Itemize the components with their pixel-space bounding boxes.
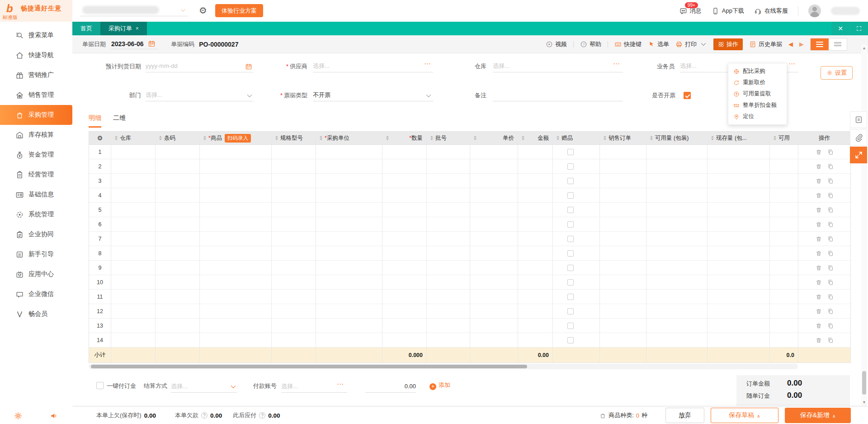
- cell-商品[interactable]: [200, 246, 272, 261]
- sort-icon[interactable]: [430, 136, 433, 140]
- sort-icon[interactable]: [275, 136, 278, 140]
- cell-规格型号[interactable]: [272, 246, 316, 261]
- cell-现存量 (包...[interactable]: [708, 232, 770, 246]
- announcement-speaker-icon[interactable]: [50, 411, 59, 420]
- cell-可用[interactable]: [770, 261, 798, 275]
- cell-可用量 (包装)[interactable]: [646, 290, 708, 304]
- cell-数量[interactable]: [382, 319, 427, 333]
- cell-条码[interactable]: [156, 304, 200, 319]
- cell-商品[interactable]: [200, 275, 272, 290]
- copy-icon[interactable]: [827, 221, 834, 228]
- cell-可用量 (包装)[interactable]: [646, 304, 708, 319]
- cell-单价[interactable]: [470, 232, 518, 246]
- toolbar-历史单据[interactable]: 历史单据: [749, 40, 782, 48]
- fullscreen-icon[interactable]: ⛶: [850, 22, 868, 35]
- copy-icon[interactable]: [827, 294, 834, 300]
- cell-采购单位[interactable]: [316, 188, 382, 203]
- cell-条码[interactable]: [156, 203, 200, 217]
- sidebar-item-基础信息[interactable]: 基础信息: [0, 185, 72, 205]
- cell-批号[interactable]: [427, 232, 470, 246]
- remark-input[interactable]: [493, 89, 623, 101]
- cell-金额[interactable]: [518, 261, 553, 275]
- cell-仓库[interactable]: [111, 319, 156, 333]
- gift-checkbox[interactable]: [567, 265, 574, 271]
- save-draft-button[interactable]: 保存草稿∧: [711, 408, 778, 423]
- cell-采购单位[interactable]: [316, 261, 382, 275]
- gift-checkbox[interactable]: [567, 163, 574, 170]
- copy-icon[interactable]: [827, 236, 834, 242]
- cell-规格型号[interactable]: [272, 275, 316, 290]
- cell-数量[interactable]: [382, 217, 427, 232]
- cell-单价[interactable]: [470, 304, 518, 319]
- cell-现存量 (包...[interactable]: [708, 246, 770, 261]
- add-payment-button[interactable]: + 添加: [429, 378, 450, 392]
- cell-单价[interactable]: [470, 174, 518, 188]
- cell-可用[interactable]: [770, 290, 798, 304]
- tab-2d[interactable]: 二维: [113, 114, 126, 128]
- trash-icon[interactable]: [816, 221, 822, 228]
- salesman-picker-icon[interactable]: ⋯: [788, 60, 796, 68]
- cell-可用量 (包装)[interactable]: [646, 246, 708, 261]
- sort-icon[interactable]: [386, 136, 389, 140]
- cell-商品[interactable]: [200, 290, 272, 304]
- sidebar-item-经营管理[interactable]: 经营管理: [0, 165, 72, 185]
- column-header-销售订单[interactable]: 销售订单: [600, 132, 646, 145]
- cell-条码[interactable]: [156, 217, 200, 232]
- sort-icon[interactable]: [604, 136, 606, 140]
- copy-icon[interactable]: [827, 163, 834, 170]
- cell-批号[interactable]: [427, 188, 470, 203]
- cell-规格型号[interactable]: [272, 290, 316, 304]
- scan-entry-badge[interactable]: 扫码录入: [225, 134, 251, 143]
- sidebar-item-库存核算[interactable]: 库存核算: [0, 125, 72, 145]
- settings-button[interactable]: 设置: [821, 66, 853, 80]
- calendar-icon[interactable]: [245, 63, 252, 70]
- cell-可用量 (包装)[interactable]: [646, 145, 708, 159]
- cell-采购单位[interactable]: [316, 290, 382, 304]
- deposit-amount-input[interactable]: [365, 380, 416, 393]
- cell-现存量 (包...[interactable]: [708, 145, 770, 159]
- cell-采购单位[interactable]: [316, 275, 382, 290]
- cell-销售订单[interactable]: [600, 232, 646, 246]
- cell-规格型号[interactable]: [272, 174, 316, 188]
- cell-数量[interactable]: [382, 333, 427, 348]
- cell-仓库[interactable]: [111, 217, 156, 232]
- cell-仓库[interactable]: [111, 333, 156, 348]
- column-header-数量[interactable]: *数量: [382, 132, 427, 145]
- vertical-scrollbar-thumb[interactable]: [862, 371, 866, 395]
- column-header-现存量 (包...[interactable]: 现存量 (包...: [708, 132, 770, 145]
- cell-批号[interactable]: [427, 304, 470, 319]
- cell-数量[interactable]: [382, 159, 427, 174]
- help-circle-icon[interactable]: ?: [259, 412, 265, 419]
- cell-可用量 (包装)[interactable]: [646, 319, 708, 333]
- cell-销售订单[interactable]: [600, 304, 646, 319]
- form-view-button[interactable]: [829, 38, 847, 50]
- cell-现存量 (包...[interactable]: [708, 290, 770, 304]
- sort-icon[interactable]: [557, 136, 559, 140]
- sidebar-item-采购管理[interactable]: 采购管理: [0, 105, 72, 125]
- cell-可用[interactable]: [770, 217, 798, 232]
- sidebar-item-企业微信[interactable]: 企业微信: [0, 284, 72, 304]
- trash-icon[interactable]: [816, 192, 822, 199]
- column-header-仓库[interactable]: 仓库: [111, 132, 156, 145]
- cell-批号[interactable]: [427, 290, 470, 304]
- copy-icon[interactable]: [827, 337, 834, 343]
- doc-date-field[interactable]: 2023-06-06: [110, 39, 158, 49]
- cell-批号[interactable]: [427, 333, 470, 348]
- bill-type-input[interactable]: [313, 89, 433, 101]
- cell-现存量 (包...[interactable]: [708, 188, 770, 203]
- top-link-消息[interactable]: 99+消息: [679, 7, 702, 15]
- cell-数量[interactable]: [382, 304, 427, 319]
- cell-数量[interactable]: [382, 232, 427, 246]
- trash-icon[interactable]: [816, 294, 822, 300]
- cell-金额[interactable]: [518, 246, 553, 261]
- trash-icon[interactable]: [816, 149, 822, 155]
- cell-条码[interactable]: [156, 174, 200, 188]
- menu-item-定位[interactable]: 定位: [728, 111, 787, 122]
- cell-批号[interactable]: [427, 246, 470, 261]
- top-link-App下载[interactable]: App下载: [712, 7, 744, 15]
- cell-单价[interactable]: [470, 333, 518, 348]
- gift-checkbox[interactable]: [567, 250, 574, 257]
- cell-现存量 (包...[interactable]: [708, 304, 770, 319]
- copy-icon[interactable]: [827, 250, 834, 257]
- cell-金额[interactable]: [518, 304, 553, 319]
